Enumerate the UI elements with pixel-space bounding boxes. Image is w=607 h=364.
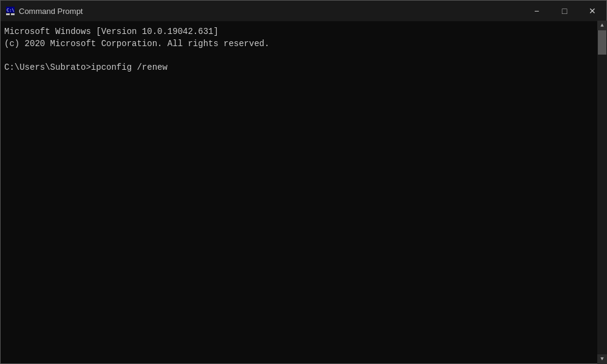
maximize-button[interactable]: □ (551, 1, 578, 21)
window-title: Command Prompt (19, 7, 83, 16)
title-bar: C:\ Command Prompt − □ ✕ (1, 1, 606, 21)
minimize-button[interactable]: − (523, 1, 551, 21)
cmd-icon: C:\ (5, 6, 15, 16)
scroll-thumb[interactable] (598, 30, 606, 55)
scrollbar[interactable]: ▲ ▼ (597, 21, 607, 364)
terminal-body[interactable]: Microsoft Windows [Version 10.0.19042.63… (1, 21, 606, 363)
cmd-window: C:\ Command Prompt − □ ✕ Microsoft Windo… (0, 0, 607, 364)
terminal-line-1: Microsoft Windows [Version 10.0.19042.63… (4, 26, 603, 38)
title-bar-left: C:\ Command Prompt (5, 6, 83, 16)
scroll-track[interactable] (597, 30, 607, 354)
title-bar-buttons: − □ ✕ (523, 1, 606, 21)
scroll-down-arrow[interactable]: ▼ (597, 354, 607, 364)
svg-rect-4 (11, 13, 15, 15)
terminal-line-4: C:\Users\Subrato>ipconfig /renew (4, 62, 603, 74)
terminal-line-2: (c) 2020 Microsoft Corporation. All righ… (4, 38, 603, 50)
terminal-line-3 (4, 50, 603, 62)
svg-text:C:\: C:\ (7, 8, 15, 13)
scroll-up-arrow[interactable]: ▲ (597, 21, 607, 30)
window-container: C:\ Command Prompt − □ ✕ Microsoft Windo… (0, 0, 607, 364)
close-button[interactable]: ✕ (578, 1, 606, 21)
svg-rect-3 (6, 13, 10, 15)
